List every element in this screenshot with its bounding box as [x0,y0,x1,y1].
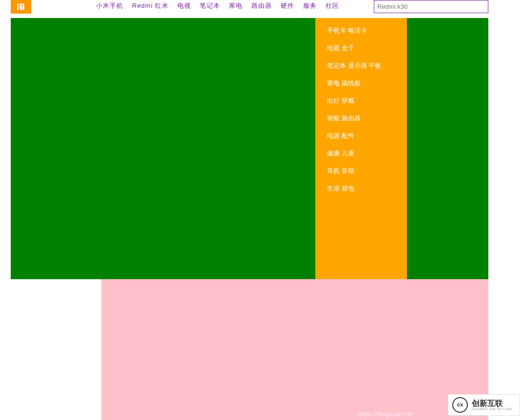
badge-sub-text: CHUANG XIN HU LIAN [472,407,512,411]
nav-router[interactable]: 路由器 [247,1,276,10]
nav-redmi[interactable]: Redmi 红米 [128,1,173,10]
menu-health[interactable]: 健康 儿童 [315,145,407,162]
search-input[interactable] [374,0,488,13]
nav-phone[interactable]: 小米手机 [92,1,128,10]
nav-service[interactable]: 服务 [299,1,321,10]
menu-tv-box[interactable]: 电视 盒子 [315,39,407,57]
menu-appliance[interactable]: 家电 插线板 [315,75,407,92]
menu-smart-router[interactable]: 智能 路由器 [315,110,407,127]
brand-badge[interactable]: CX 创新互联 CHUANG XIN HU LIAN [448,394,520,416]
mi-logo[interactable] [11,0,31,14]
nav-tv[interactable]: 电视 [173,1,195,10]
menu-audio[interactable]: 耳机 音箱 [315,162,407,180]
category-sidebar: 手机卡 电话卡 电视 盒子 笔记本 显示器 平板 家电 插线板 出行 穿戴 智能… [315,18,407,279]
header: 小米手机 Redmi 红米 电视 笔记本 家电 路由器 硬件 服务 社区 [0,0,520,18]
badge-main-text: 创新互联 [472,400,512,407]
menu-power[interactable]: 电源 配件 [315,127,407,145]
nav-community[interactable]: 社区 [321,1,344,10]
badge-logo-icon: CX [452,397,468,413]
nav-laptop[interactable]: 笔记本 [195,1,225,10]
mi-logo-icon [16,2,26,12]
menu-life[interactable]: 生活 箱包 [315,180,407,197]
badge-text-wrap: 创新互联 CHUANG XIN HU LIAN [472,400,512,411]
menu-phone-card[interactable]: 手机卡 电话卡 [315,22,407,39]
nav-hardware[interactable]: 硬件 [276,1,299,10]
nav-appliance[interactable]: 家电 [225,1,247,10]
content-section: https://blog.csdn.ne [101,279,488,420]
main-nav: 小米手机 Redmi 红米 电视 笔记本 家电 路由器 硬件 服务 社区 [92,0,344,10]
hero-banner: 手机卡 电话卡 电视 盒子 笔记本 显示器 平板 家电 插线板 出行 穿戴 智能… [11,18,488,279]
menu-wearable[interactable]: 出行 穿戴 [315,92,407,110]
menu-laptop-display[interactable]: 笔记本 显示器 平板 [315,57,407,75]
watermark-text: https://blog.csdn.ne [358,410,413,418]
